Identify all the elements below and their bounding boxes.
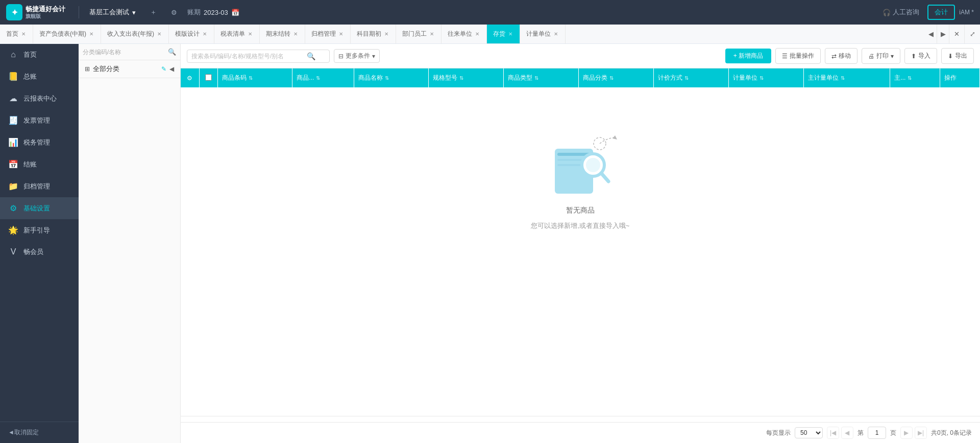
category-settings-icon[interactable]: ✎ (161, 65, 166, 73)
tab-首页[interactable]: 首页✕ (0, 25, 33, 43)
more-filter-label: 更多条件 (346, 52, 370, 60)
th-unit[interactable]: 计量单位 ⇅ (728, 68, 803, 87)
sort-icon-unit: ⇅ (760, 75, 764, 81)
move-btn[interactable]: ⇄ 移动 (825, 48, 857, 64)
sidebar-item-结账[interactable]: 📅结账 (0, 153, 79, 175)
sidebar-item-发票管理[interactable]: 🧾发票管理 (0, 109, 79, 131)
sidebar-item-首页[interactable]: ⌂首页 (0, 44, 79, 65)
tab-归档管理[interactable]: 归档管理✕ (305, 25, 351, 43)
category-collapse-icon[interactable]: ◀ (169, 65, 174, 73)
tab-close-icon[interactable]: ✕ (383, 31, 389, 37)
th-type[interactable]: 商品类型 ⇅ (504, 68, 579, 87)
next-page-btn[interactable]: ▶ (900, 427, 913, 439)
tab-存货[interactable]: 存货✕ (487, 25, 520, 43)
sidebar-item-税务管理[interactable]: 📊税务管理 (0, 131, 79, 153)
product-search-icon[interactable]: 🔍 (307, 52, 315, 60)
add-tab-btn[interactable]: ＋ (146, 6, 161, 19)
tab-close-icon[interactable]: ✕ (338, 31, 344, 37)
category-all-item[interactable]: ⊞ 全部分类 ✎ ◀ (79, 60, 180, 78)
tab-部门员工[interactable]: 部门员工✕ (396, 25, 442, 43)
tab-科目期初[interactable]: 科目期初✕ (351, 25, 396, 43)
main-layout: ⌂首页📒总账☁云报表中心🧾发票管理📊税务管理📅结账📁归档管理⚙基础设置🌟新手引导… (0, 44, 980, 443)
tab-模版设计[interactable]: 模版设计✕ (169, 25, 214, 43)
th-barcode[interactable]: 商品条码 ⇅ (217, 68, 292, 87)
account-label: 会计 (935, 8, 948, 16)
tab-close-icon[interactable]: ✕ (247, 31, 253, 37)
consultation-label: 人工咨询 (893, 8, 919, 17)
account-button[interactable]: 会计 (927, 5, 955, 20)
select-all-checkbox[interactable] (205, 74, 212, 81)
tab-nav-next[interactable]: ▶ (937, 25, 949, 44)
tab-close-icon[interactable]: ✕ (202, 31, 208, 37)
sidebar-collapse-btn[interactable]: ◄取消固定 (0, 422, 79, 443)
settings-btn[interactable]: ⚙ (167, 7, 181, 18)
tab-expand[interactable]: ⤢ (965, 25, 980, 44)
tab-税表清单[interactable]: 税表清单✕ (214, 25, 260, 43)
export-btn[interactable]: ⬇ 导出 (941, 48, 974, 64)
sidebar-item-畅会员[interactable]: V畅会员 (0, 241, 79, 263)
tab-close-icon[interactable]: ✕ (20, 31, 27, 37)
sidebar-item-云报表中心[interactable]: ☁云报表中心 (0, 87, 79, 109)
category-search-bar: 🔍 (79, 44, 180, 60)
horizontal-scrollbar[interactable] (181, 416, 980, 422)
th-category[interactable]: 商品分类 ⇅ (579, 68, 654, 87)
import-btn[interactable]: ⬆ 导入 (904, 48, 937, 64)
th-name[interactable]: 商品名称 ⇅ (354, 68, 429, 87)
category-search-icon[interactable]: 🔍 (168, 48, 176, 56)
company-selector[interactable]: 基层工会测试 ▾ (85, 6, 140, 19)
last-page-btn[interactable]: ▶| (915, 427, 927, 439)
sidebar-item-总账[interactable]: 📒总账 (0, 65, 79, 87)
product-search-input[interactable] (191, 53, 304, 60)
pagination-bar: 每页显示 50 100 200 |◀ ◀ 第 页 ▶ ▶| (181, 422, 980, 443)
batch-label: 批量操作 (790, 52, 814, 60)
page-number-input[interactable] (868, 427, 886, 439)
headset-icon: 🎧 (883, 9, 891, 16)
th-barcode-label: 商品条码 (222, 74, 247, 82)
svg-rect-2 (557, 159, 583, 161)
th-main-unit[interactable]: 主计量单位 ⇅ (803, 68, 890, 87)
sidebar-bottom-label: ◄取消固定 (8, 428, 39, 437)
tab-往来单位[interactable]: 往来单位✕ (442, 25, 487, 43)
sidebar-item-新手引导[interactable]: 🌟新手引导 (0, 219, 79, 241)
th-code[interactable]: 商品... ⇅ (292, 68, 354, 87)
tab-close-icon[interactable]: ✕ (474, 31, 480, 37)
tab-期末结转[interactable]: 期末结转✕ (260, 25, 305, 43)
tab-收入支出表(年报)[interactable]: 收入支出表(年报)✕ (101, 25, 169, 43)
tab-nav-prev[interactable]: ◀ (925, 25, 937, 44)
tab-close-icon[interactable]: ✕ (156, 31, 162, 37)
th-price-method[interactable]: 计价方式 ⇅ (653, 68, 728, 87)
print-btn[interactable]: 🖨 打印 ▾ (862, 48, 900, 64)
th-main-abbr[interactable]: 主... ⇅ (890, 68, 940, 87)
tab-资产负债表(中期)[interactable]: 资产负债表(中期)✕ (33, 25, 101, 43)
tab-计量单位[interactable]: 计量单位✕ (520, 25, 566, 43)
category-all-label: 全部分类 (93, 64, 158, 74)
tab-close-icon[interactable]: ✕ (429, 31, 435, 37)
batch-operation-btn[interactable]: ☰ 批量操作 (775, 48, 821, 64)
page-suffix-label: 页 (888, 429, 898, 437)
consultation-btn[interactable]: 🎧 人工咨询 (878, 6, 923, 19)
more-filter-btn[interactable]: ⊟ 更多条件 ▾ (334, 49, 380, 63)
th-unit-label: 计量单位 (733, 74, 757, 82)
tab-label: 存货 (493, 30, 505, 38)
print-label: 打印 (876, 52, 889, 60)
sidebar-item-归档管理[interactable]: 📁归档管理 (0, 175, 79, 197)
th-checkbox[interactable] (199, 68, 217, 87)
th-settings[interactable]: ⚙ (181, 68, 199, 87)
calendar-icon[interactable]: 📅 (231, 9, 239, 16)
sidebar-item-基础设置[interactable]: ⚙基础设置 (0, 197, 79, 219)
tab-label: 往来单位 (448, 30, 472, 38)
tab-close-icon[interactable]: ✕ (507, 31, 513, 37)
category-search-input[interactable] (83, 49, 166, 56)
first-page-btn[interactable]: |◀ (827, 427, 839, 439)
tab-close-icon[interactable]: ✕ (553, 31, 559, 37)
th-spec[interactable]: 规格型号 ⇅ (429, 68, 504, 87)
tab-close-icon[interactable]: ✕ (88, 31, 94, 37)
tab-close-all[interactable]: ✕ (949, 25, 965, 44)
tab-close-icon[interactable]: ✕ (292, 31, 299, 37)
new-product-btn[interactable]: + 新增商品 (725, 49, 771, 63)
top-header: ✦ 畅捷通好会计 旗舰版 基层工会测试 ▾ ＋ ⚙ 账期 2023-03 📅 🎧… (0, 0, 980, 25)
per-page-select[interactable]: 50 100 200 (795, 427, 823, 438)
period-label: 账期 (187, 8, 201, 17)
prev-page-btn[interactable]: ◀ (841, 427, 853, 439)
batch-icon: ☰ (782, 53, 788, 60)
